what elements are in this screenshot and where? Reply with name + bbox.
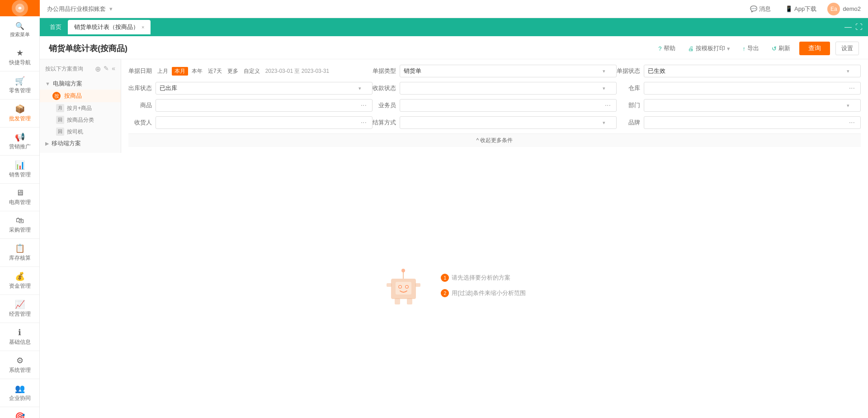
message-icon: 💬 [750, 5, 757, 12]
product-input[interactable]: ··· [156, 99, 373, 112]
mobile-group-arrow-icon: ▶ [45, 141, 49, 147]
purchase-icon: 🛍 [2, 216, 38, 225]
sidebar-item-quick-nav[interactable]: ★ 快捷导航 [0, 43, 39, 71]
scheme-group-pc: ▼ 电脑端方案 按 按商品 月 按月+商品 回 [40, 78, 121, 138]
filter-cell-doc-type: 单据类型 销货单 ▾ [373, 65, 617, 77]
settings-btn[interactable]: 设置 [835, 42, 859, 55]
export-btn[interactable]: ↑ 导出 [739, 43, 763, 54]
marketing-icon: 📢 [2, 132, 38, 142]
scheme-collapse-icon[interactable]: « [112, 65, 115, 73]
doc-type-select[interactable]: 销货单 ▾ [400, 65, 617, 77]
sidebar-item-retail[interactable]: 🛒 零售管理 [0, 71, 39, 100]
query-btn[interactable]: 查询 [799, 42, 830, 55]
system-icon: ⚙ [2, 356, 38, 366]
filter-row-4: 收货人 ··· 结算方式 ▾ [128, 116, 861, 129]
header-right: 💬 消息 📱 App下载 Ea demo2 [746, 3, 861, 15]
empty-state: 1 请先选择要分析的方案 2 用[过滤]条件来缩小分析范围 [40, 153, 868, 418]
download-icon: 📱 [785, 5, 793, 12]
brand-input[interactable]: ··· [644, 116, 861, 129]
receiver-dots[interactable]: ··· [359, 119, 368, 127]
app-download-btn[interactable]: 📱 App下载 [782, 3, 820, 15]
warehouse-label: 仓库 [617, 84, 640, 92]
filter-row-3: 商品 ··· 业务员 ··· [128, 99, 861, 112]
sidebar-item-sales[interactable]: 📊 销售管理 [0, 156, 39, 184]
collab-icon: 👥 [2, 384, 38, 394]
scheme-group-pc-header[interactable]: ▼ 电脑端方案 [40, 78, 121, 90]
pc-group-arrow-icon: ▼ [45, 81, 50, 86]
print-btn[interactable]: 🖨 按模板打印 ▾ [684, 43, 734, 54]
page-actions: ? 帮助 🖨 按模板打印 ▾ ↑ 导出 ↺ 刷新 [655, 42, 859, 55]
wholesale-icon: 📦 [2, 104, 38, 114]
message-btn[interactable]: 💬 消息 [746, 3, 774, 15]
brand-dots[interactable]: ··· [847, 119, 857, 127]
window-expand-icon[interactable]: ⛶ [855, 23, 863, 31]
collapse-bar[interactable]: ^ 收起更多条件 [128, 133, 861, 147]
shortcut-this-year[interactable]: 本年 [190, 67, 204, 76]
scheme-add-icon[interactable]: ⊕ [95, 65, 101, 73]
scheme-header: 按以下方案查询 ⊕ ✎ « [40, 63, 121, 75]
doc-type-label: 单据类型 [373, 67, 396, 75]
sidebar-item-collab[interactable]: 👥 企业协同 [0, 379, 39, 407]
receive-status-label: 收款状态 [373, 84, 396, 92]
help-btn[interactable]: ? 帮助 [655, 43, 679, 54]
scheme-subgroup-driver[interactable]: 回 按司机 [40, 126, 121, 138]
sidebar-item-basic-info[interactable]: ℹ 基础信息 [0, 323, 39, 351]
scheme-subgroup-month[interactable]: 月 按月+商品 [40, 102, 121, 114]
product-label: 商品 [128, 101, 152, 109]
print-icon: 🖨 [688, 45, 694, 52]
shortcut-7days[interactable]: 近7天 [206, 67, 224, 76]
shortcut-more[interactable]: 更多 [226, 67, 240, 76]
sidebar-item-inventory[interactable]: 📋 库存核算 [0, 239, 39, 267]
window-minimize-icon[interactable]: — [844, 23, 852, 31]
user-area[interactable]: Ea demo2 [827, 3, 861, 15]
receive-status-arrow: ▾ [603, 86, 605, 91]
receive-status-select[interactable]: ▾ [400, 82, 617, 95]
page-container: 销货单统计表(按商品) ? 帮助 🖨 按模板打印 ▾ ↑ 导出 [40, 36, 868, 418]
sidebar-item-guide[interactable]: 🎯 新手引导 [0, 407, 39, 418]
help-icon: ? [658, 45, 661, 52]
warehouse-input[interactable]: ··· [644, 82, 861, 95]
tab-close-icon[interactable]: × [142, 24, 144, 30]
sidebar-item-operations[interactable]: 📈 经营管理 [0, 295, 39, 323]
sidebar-item-finance[interactable]: 💰 资金管理 [0, 267, 39, 295]
tab-active[interactable]: 销货单统计表（按商品） × [68, 20, 151, 34]
sidebar-item-wholesale[interactable]: 📦 批发管理 [0, 100, 39, 128]
scheme-group-mobile-header[interactable]: ▶ 移动端方案 [40, 138, 121, 149]
sidebar-item-ecommerce[interactable]: 🖥 电商管理 [0, 184, 39, 211]
scheme-edit-icon[interactable]: ✎ [104, 65, 109, 73]
export-icon: ↑ [743, 45, 746, 52]
scheme-item-product[interactable]: 按 按商品 [40, 90, 121, 102]
warehouse-dots[interactable]: ··· [847, 84, 857, 92]
pc-group-label: 电脑端方案 [53, 80, 82, 88]
sidebar-item-system[interactable]: ⚙ 系统管理 [0, 351, 39, 379]
sidebar-item-purchase[interactable]: 🛍 采购管理 [0, 211, 39, 239]
date-label: 单据日期 [128, 67, 152, 75]
sidebar-item-marketing[interactable]: 📢 营销推广 [0, 128, 39, 156]
salesperson-dots[interactable]: ··· [603, 101, 613, 109]
receiver-input[interactable]: ··· [156, 116, 373, 129]
filter-right-panel: 单据日期 上月 本月 本年 近7天 更多 自定义 20 [121, 59, 868, 153]
shortcut-custom[interactable]: 自定义 [242, 67, 262, 76]
product-dots[interactable]: ··· [359, 101, 368, 109]
shortcut-this-month[interactable]: 本月 [172, 67, 188, 76]
scheme-subgroup-category[interactable]: 回 按商品分类 [40, 114, 121, 126]
quick-nav-icon: ★ [2, 48, 38, 58]
avatar: Ea [827, 3, 840, 15]
sidebar-search[interactable]: 🔍 搜索菜单 [0, 16, 39, 43]
doc-status-label: 单据状态 [617, 67, 640, 75]
salesperson-input[interactable]: ··· [400, 99, 617, 112]
out-status-select[interactable]: 已出库 ▾ [156, 82, 373, 95]
logo-icon [12, 0, 28, 16]
industry-dropdown-icon[interactable]: ▾ [109, 5, 113, 12]
filter-row-2: 出库状态 已出库 ▾ 收款状态 ▾ [128, 82, 861, 95]
page-title: 销货单统计表(按商品) [49, 43, 127, 54]
tab-home[interactable]: 首页 [45, 23, 66, 31]
payment-select[interactable]: ▾ [400, 116, 617, 129]
refresh-btn[interactable]: ↺ 刷新 [768, 43, 794, 54]
shortcut-last-month[interactable]: 上月 [156, 67, 170, 76]
department-label: 部门 [617, 101, 640, 109]
department-select[interactable]: ▾ [644, 99, 861, 112]
date-control: 上月 本月 本年 近7天 更多 自定义 2023-03-01 至 2023-03… [156, 67, 373, 76]
scheme-header-icons: ⊕ ✎ « [95, 65, 115, 73]
doc-status-select[interactable]: 已生效 ▾ [644, 65, 861, 77]
